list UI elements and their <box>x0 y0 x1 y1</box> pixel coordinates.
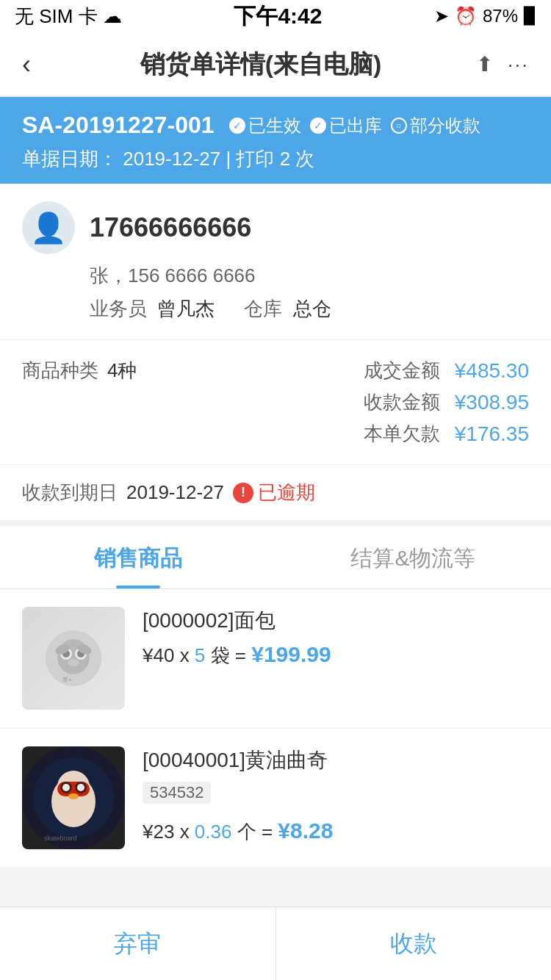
alarm-icon: ⏰ <box>455 6 477 26</box>
product-1-qty: 5 <box>195 644 205 666</box>
customer-avatar: 👤 <box>22 201 75 254</box>
sim-label: 无 SIM 卡 ☁ <box>15 4 122 29</box>
order-id: SA-20191227-001 <box>22 112 215 139</box>
product-2-image: skateboard <box>22 746 125 849</box>
order-header-top: SA-20191227-001 ✓ 已生效 ✓ 已出库 ○ 部分收款 <box>22 112 529 139</box>
cancel-button[interactable]: 弃审 <box>0 907 276 980</box>
summary-section: 商品种类 4种 成交金额 ¥485.30 收款金额 ¥308.95 本单欠款 ¥… <box>0 340 551 465</box>
product-1-unit: 袋 <box>211 644 230 666</box>
customer-name: 张，156 6666 6666 <box>22 263 529 289</box>
svg-point-18 <box>77 784 84 791</box>
badge-effective-label: 已生效 <box>248 114 301 137</box>
avatar-icon: 👤 <box>30 211 67 245</box>
sales-value: 曾凡杰 <box>157 298 215 320</box>
order-print-label: 打印 <box>236 148 274 170</box>
svg-point-17 <box>62 784 70 791</box>
location-icon: ➤ <box>434 6 449 26</box>
received-label: 收款金额 <box>364 389 440 415</box>
product-2-total: ¥8.28 <box>278 818 333 843</box>
collect-button[interactable]: 收款 <box>276 907 552 980</box>
product-2-qty: 0.36 <box>195 821 232 843</box>
product-2-eq: = <box>262 821 278 843</box>
tab-products-label: 销售商品 <box>94 546 182 570</box>
check-icon-2: ✓ <box>310 118 326 134</box>
badge-effective: ✓ 已生效 <box>229 114 301 137</box>
overdue-warning-icon: ! <box>233 483 253 503</box>
sales-label: 业务员 曾凡杰 <box>90 296 215 322</box>
received-amount-row: 收款金额 ¥308.95 <box>364 389 529 415</box>
overdue-date: 2019-12-27 <box>126 481 224 504</box>
product-list: 草+ [0000002]面包 ¥40 x 5 袋 = ¥199.99 <box>0 589 551 867</box>
product-2-info: [00040001]黄油曲奇 534532 ¥23 x 0.36 个 = ¥8.… <box>143 746 529 845</box>
product-1-multiply: x <box>180 644 195 666</box>
tab-settlement-label: 结算&物流等 <box>350 546 475 570</box>
deal-amount-row: 成交金额 ¥485.30 <box>364 358 529 383</box>
status-right: ➤ ⏰ 87% ▉ <box>434 6 536 26</box>
overdue-label: 收款到期日 <box>22 480 118 505</box>
svg-point-19 <box>68 793 79 799</box>
product-2-thumbnail: skateboard <box>22 746 125 849</box>
product-1-price: ¥40 x 5 袋 = ¥199.99 <box>143 642 529 669</box>
table-row: skateboard [00040001]黄油曲奇 534532 ¥23 x 0… <box>0 729 551 867</box>
status-left: 无 SIM 卡 ☁ <box>15 4 122 29</box>
order-print-count: 2 <box>280 148 290 170</box>
badge-partial-label: 部分收款 <box>410 114 480 137</box>
nav-actions: ⬆ ··· <box>455 52 529 76</box>
customer-row: 👤 17666666666 <box>22 201 529 254</box>
clock-icon: ○ <box>391 118 407 134</box>
order-badges: ✓ 已生效 ✓ 已出库 ○ 部分收款 <box>229 114 480 137</box>
deal-label: 成交金额 <box>364 358 440 383</box>
order-print-unit: 次 <box>295 148 314 170</box>
bottom-bar: 弃审 收款 <box>0 907 551 980</box>
customer-meta: 业务员 曾凡杰 仓库 总仓 <box>22 296 529 322</box>
order-date-label: 单据日期： <box>22 148 118 170</box>
received-value: ¥308.95 <box>455 391 529 414</box>
product-2-price: ¥23 x 0.36 个 = ¥8.28 <box>143 818 529 845</box>
overdue-badge: ! 已逾期 <box>233 480 315 505</box>
back-button[interactable]: ‹ <box>22 49 66 80</box>
order-date-value: 2019-12-27 <box>123 148 220 170</box>
debt-label: 本单欠款 <box>364 421 440 447</box>
badge-shipped-label: 已出库 <box>329 114 382 137</box>
tab-products[interactable]: 销售商品 <box>0 526 276 588</box>
svg-point-6 <box>68 659 79 666</box>
warehouse-label: 仓库 总仓 <box>244 296 331 322</box>
product-2-name: [00040001]黄油曲奇 <box>143 746 529 774</box>
product-1-eq: = <box>235 644 251 666</box>
overdue-status: 已逾期 <box>258 480 315 505</box>
customer-section: 👤 17666666666 张，156 6666 6666 业务员 曾凡杰 仓库… <box>0 184 551 340</box>
svg-text:skateboard: skateboard <box>44 835 77 842</box>
overdue-section: 收款到期日 2019-12-27 ! 已逾期 <box>0 465 551 526</box>
status-bar: 无 SIM 卡 ☁ 下午4:42 ➤ ⏰ 87% ▉ <box>0 0 551 32</box>
order-header: SA-20191227-001 ✓ 已生效 ✓ 已出库 ○ 部分收款 单据日期：… <box>0 97 551 184</box>
nav-bar: ‹ 销货单详情(来自电脑) ⬆ ··· <box>0 32 551 97</box>
product-2-multiply: x <box>180 821 195 843</box>
more-icon[interactable]: ··· <box>508 53 529 76</box>
battery-icon: ▉ <box>524 7 536 26</box>
table-row: 草+ [0000002]面包 ¥40 x 5 袋 = ¥199.99 <box>0 589 551 727</box>
page-title: 销货单详情(来自电脑) <box>66 48 455 82</box>
product-1-name: [0000002]面包 <box>143 607 529 635</box>
battery-label: 87% <box>483 6 518 26</box>
type-label: 商品种类 <box>22 358 98 383</box>
product-2-price-value: ¥23 <box>143 821 174 843</box>
deal-value: ¥485.30 <box>455 359 529 383</box>
product-1-price-value: ¥40 <box>143 644 174 666</box>
product-2-unit: 个 <box>237 821 256 843</box>
warehouse-value: 总仓 <box>293 298 331 320</box>
summary-right: 成交金额 ¥485.30 收款金额 ¥308.95 本单欠款 ¥176.35 <box>364 358 529 447</box>
tabs-container: 销售商品 结算&物流等 <box>0 526 551 589</box>
product-1-total: ¥199.99 <box>251 642 331 666</box>
type-count: 4种 <box>107 358 137 383</box>
tab-settlement[interactable]: 结算&物流等 <box>276 526 551 588</box>
product-1-image: 草+ <box>22 607 125 710</box>
debt-amount-row: 本单欠款 ¥176.35 <box>364 421 529 447</box>
summary-left: 商品种类 4种 <box>22 358 137 383</box>
product-1-placeholder: 草+ <box>22 607 125 710</box>
order-date-sep: | <box>226 148 236 170</box>
svg-text:草+: 草+ <box>62 677 72 683</box>
status-time: 下午4:42 <box>234 1 322 32</box>
owl-icon: 草+ <box>44 629 103 688</box>
share-icon[interactable]: ⬆ <box>476 52 493 76</box>
check-icon-1: ✓ <box>229 118 245 134</box>
